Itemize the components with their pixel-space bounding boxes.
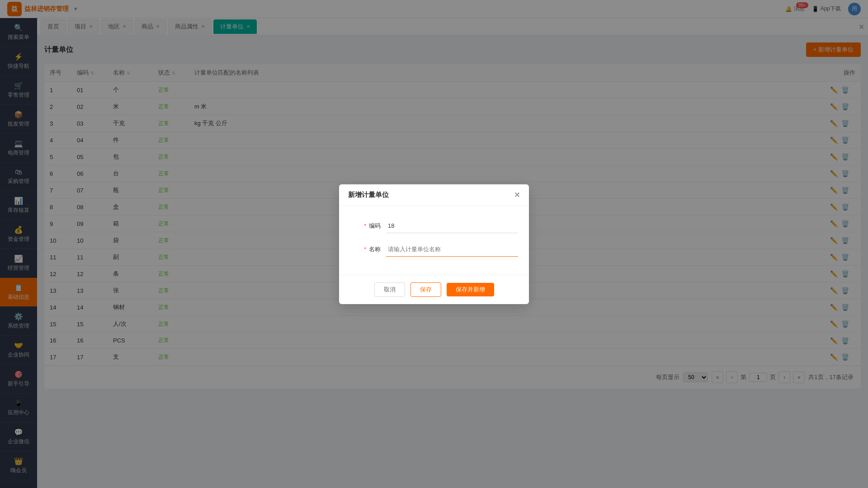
name-label: * 名称 (350, 245, 386, 253)
modal-close-button[interactable]: ✕ (514, 191, 520, 199)
add-unit-modal: 新增计量单位 ✕ * 编码 * 名称 取消 保存 保存并新增 (339, 184, 529, 304)
modal-header: 新增计量单位 ✕ (339, 184, 529, 206)
modal-body: * 编码 * 名称 (339, 206, 529, 275)
cancel-button[interactable]: 取消 (374, 282, 405, 297)
name-input[interactable] (386, 242, 518, 257)
required-mark-code: * (364, 222, 366, 229)
code-label: * 编码 (350, 222, 386, 230)
required-mark-name: * (364, 246, 366, 253)
save-and-new-button[interactable]: 保存并新增 (447, 283, 494, 296)
form-row-name: * 名称 (350, 242, 518, 257)
modal-overlay: 新增计量单位 ✕ * 编码 * 名称 取消 保存 保存并新增 (0, 0, 868, 488)
save-button[interactable]: 保存 (410, 282, 441, 297)
modal-footer: 取消 保存 保存并新增 (339, 275, 529, 304)
code-input[interactable] (386, 219, 518, 233)
modal-title: 新增计量单位 (348, 191, 389, 199)
form-row-code: * 编码 (350, 219, 518, 233)
